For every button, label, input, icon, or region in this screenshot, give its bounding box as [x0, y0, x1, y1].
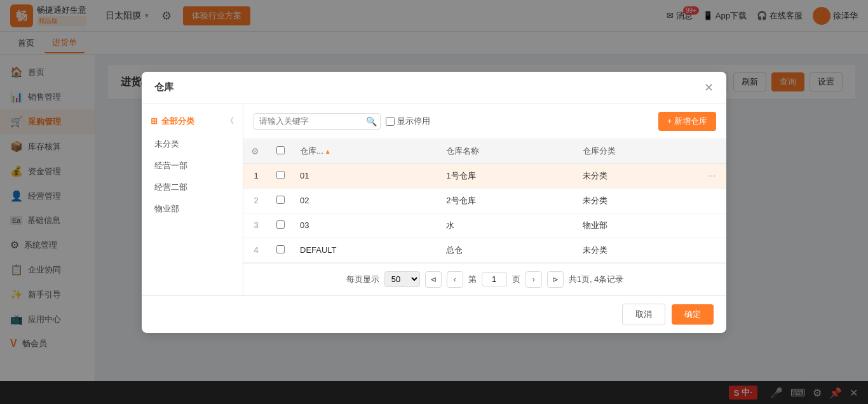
row-category: 物业部: [575, 213, 726, 238]
category-item-0[interactable]: 未分类: [142, 133, 243, 155]
category-item-2[interactable]: 经营二部: [142, 177, 243, 198]
show-disabled-checkbox[interactable]: [386, 117, 395, 126]
page-label: 第: [468, 274, 477, 285]
show-disabled-label: 显示停用: [397, 116, 430, 127]
page-unit: 页: [512, 274, 520, 285]
modal-sidebar-header: ⊞ 全部分类 《: [142, 112, 243, 131]
category-item-1[interactable]: 经营一部: [142, 155, 243, 177]
search-box: 🔍 显示停用: [254, 113, 430, 130]
modal-close-icon[interactable]: ✕: [704, 81, 714, 95]
warehouse-modal: 仓库 ✕ ⊞ 全部分类 《 未分类 经营一部 经营二部 物业部: [142, 72, 726, 333]
row-num: 2: [243, 188, 269, 213]
gear-icon: ⚙: [251, 146, 259, 156]
current-page-input[interactable]: [482, 272, 507, 286]
table-row[interactable]: 2 02 2号仓库 未分类: [243, 188, 726, 213]
search-icon[interactable]: 🔍: [366, 116, 377, 126]
collapse-icon[interactable]: 《: [226, 116, 234, 126]
row-num: 1: [243, 163, 269, 188]
modal-toolbar: 🔍 显示停用 + 新增仓库: [243, 104, 726, 139]
col-gear: ⚙: [243, 139, 269, 164]
next-page-button[interactable]: ›: [526, 271, 542, 288]
modal-title: 仓库: [154, 81, 173, 93]
cancel-button[interactable]: 取消: [622, 304, 665, 325]
category-grid-icon: ⊞: [151, 116, 158, 126]
category-item-3[interactable]: 物业部: [142, 198, 243, 220]
table-row[interactable]: 1 01 1号仓库 未分类 ···: [243, 163, 726, 188]
prev-page-button[interactable]: ‹: [447, 271, 463, 288]
last-page-button[interactable]: ⊳: [547, 271, 564, 288]
row-code: 03: [292, 213, 438, 238]
row-code: 01: [292, 163, 438, 188]
all-category-label: 全部分类: [161, 116, 194, 127]
table-row[interactable]: 3 03 水 物业部: [243, 213, 726, 238]
row-code: DEFAULT: [292, 238, 438, 262]
row-checkbox[interactable]: [276, 171, 285, 179]
row-code: 02: [292, 188, 438, 213]
search-input-wrap: 🔍: [254, 113, 381, 130]
row-name: 1号仓库: [438, 163, 575, 188]
select-all-checkbox[interactable]: [276, 146, 285, 154]
confirm-button[interactable]: 确定: [672, 304, 714, 325]
row-checkbox[interactable]: [276, 245, 285, 253]
table-row[interactable]: 4 DEFAULT 总仓 未分类: [243, 238, 726, 262]
table-header: ⚙ 仓库...▲ 仓库名称 仓库分类: [243, 139, 726, 164]
pagination: 每页显示 50 100 200 ⊲ ‹ 第 页 › ⊳ 共1页, 4条记录: [243, 263, 726, 295]
row-category: 未分类: [575, 238, 726, 262]
row-checkbox-cell: [269, 188, 292, 213]
col-category: 仓库分类: [575, 139, 726, 164]
row-category: 未分类: [575, 188, 726, 213]
first-page-button[interactable]: ⊲: [425, 271, 442, 288]
warehouse-table: ⚙ 仓库...▲ 仓库名称 仓库分类: [243, 139, 726, 263]
modal-overlay: 仓库 ✕ ⊞ 全部分类 《 未分类 经营一部 经营二部 物业部: [0, 0, 868, 404]
row-checkbox-cell: [269, 163, 292, 188]
col-code: 仓库...▲: [292, 139, 438, 164]
warehouse-table-wrap: ⚙ 仓库...▲ 仓库名称 仓库分类: [243, 139, 726, 263]
modal-body: ⊞ 全部分类 《 未分类 经营一部 经营二部 物业部 🔍: [142, 104, 726, 295]
row-category: 未分类 ···: [575, 163, 726, 188]
add-warehouse-button[interactable]: + 新增仓库: [658, 112, 716, 131]
row-checkbox-cell: [269, 238, 292, 262]
page-summary: 共1页, 4条记录: [569, 274, 624, 285]
sort-icon-code: ▲: [325, 148, 331, 155]
modal-footer: 取消 确定: [142, 295, 726, 333]
table-body: 1 01 1号仓库 未分类 ···: [243, 163, 726, 262]
modal-content-area: 🔍 显示停用 + 新增仓库: [243, 104, 726, 295]
row-name: 水: [438, 213, 575, 238]
row-checkbox-cell: [269, 213, 292, 238]
row-name: 总仓: [438, 238, 575, 262]
col-checkbox: [269, 139, 292, 164]
row-name: 2号仓库: [438, 188, 575, 213]
per-page-label: 每页显示: [346, 274, 379, 285]
show-disabled-wrap: 显示停用: [386, 116, 430, 127]
modal-header: 仓库 ✕: [142, 72, 726, 104]
modal-sidebar: ⊞ 全部分类 《 未分类 经营一部 经营二部 物业部: [142, 104, 243, 295]
row-num: 4: [243, 238, 269, 262]
row-checkbox[interactable]: [276, 220, 285, 229]
col-name: 仓库名称: [438, 139, 575, 164]
page-size-select[interactable]: 50 100 200: [384, 271, 420, 287]
row-num: 3: [243, 213, 269, 238]
all-category-item[interactable]: ⊞ 全部分类: [151, 116, 194, 127]
row-checkbox[interactable]: [276, 196, 285, 204]
search-input[interactable]: [259, 116, 366, 126]
row-more-icon[interactable]: ···: [705, 170, 719, 182]
